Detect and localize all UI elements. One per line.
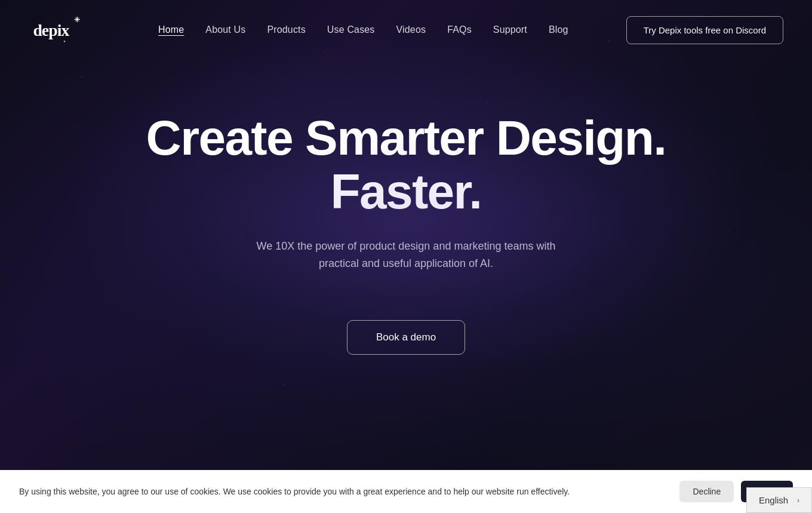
hero-subtitle: We 10X the power of product design and m…	[251, 238, 561, 272]
nav-link-products[interactable]: Products	[267, 24, 305, 35]
navbar: depix Home About Us Products Use Cases V…	[0, 0, 812, 60]
decline-button[interactable]: Decline	[679, 481, 734, 502]
nav-link-blog[interactable]: Blog	[549, 24, 568, 35]
book-demo-button[interactable]: Book a demo	[347, 320, 465, 355]
nav-item-home[interactable]: Home	[158, 24, 184, 35]
nav-item-products[interactable]: Products	[267, 24, 305, 35]
svg-point-5	[64, 41, 66, 42]
svg-text:depix: depix	[33, 21, 69, 39]
nav-link-faqs[interactable]: FAQs	[447, 24, 472, 35]
nav-link-use-cases[interactable]: Use Cases	[327, 24, 375, 35]
nav-link-home[interactable]: Home	[158, 24, 184, 35]
hero-section: Create Smarter Design. Faster. We 10X th…	[0, 60, 812, 394]
nav-item-support[interactable]: Support	[493, 24, 527, 35]
hero-title: Create Smarter Design. Faster.	[146, 111, 666, 219]
nav-item-use-cases[interactable]: Use Cases	[327, 24, 375, 35]
cookie-banner: By using this website, you agree to our …	[0, 470, 812, 513]
chevron-right-icon: ›	[797, 496, 799, 505]
language-selector[interactable]: English ›	[746, 487, 812, 513]
cookie-message: By using this website, you agree to our …	[19, 487, 656, 496]
nav-links: Home About Us Products Use Cases Videos …	[158, 24, 568, 35]
nav-link-about-us[interactable]: About Us	[205, 24, 245, 35]
nav-item-videos[interactable]: Videos	[396, 24, 426, 35]
nav-item-about-us[interactable]: About Us	[205, 24, 245, 35]
nav-link-support[interactable]: Support	[493, 24, 527, 35]
current-language: English	[759, 495, 788, 505]
nav-link-videos[interactable]: Videos	[396, 24, 426, 35]
hero-title-line1: Create Smarter Design.	[146, 110, 666, 165]
hero-title-line2: Faster.	[331, 164, 482, 219]
logo[interactable]: depix	[29, 14, 100, 47]
nav-item-faqs[interactable]: FAQs	[447, 24, 472, 35]
try-discord-button[interactable]: Try Depix tools free on Discord	[626, 16, 783, 44]
nav-item-blog[interactable]: Blog	[549, 24, 568, 35]
logo-svg: depix	[29, 14, 100, 47]
